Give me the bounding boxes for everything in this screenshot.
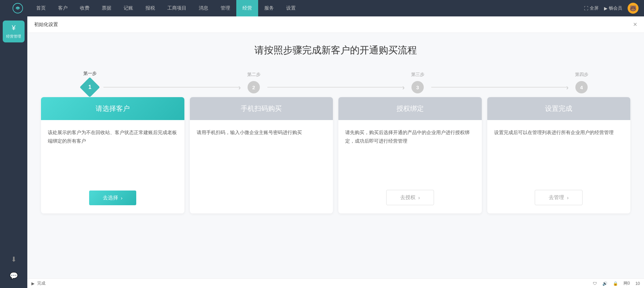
step-group-1: 第一步 1: [76, 70, 103, 94]
nav-settings[interactable]: 设置: [280, 0, 302, 16]
go-select-arrow: ›: [121, 195, 123, 201]
card-title-4: 设置完成: [494, 104, 624, 113]
cards-row: 请选择客户 该处展示的客户为不在回收站、客户状态正常建账后完成老板端绑定的所有客…: [41, 97, 630, 213]
step-group-3: 第三步 3: [404, 71, 431, 93]
step-card-4: 设置完成 设置完成后可以在管理列表进行所有企业用户的经营管理 去管理 ›: [487, 97, 631, 213]
card-title-1: 请选择客户: [48, 104, 178, 113]
fullscreen-icon: ⛶: [584, 6, 588, 11]
nav-service[interactable]: 服务: [258, 0, 280, 16]
yuan-icon: ¥: [12, 24, 15, 32]
logo[interactable]: [5, 0, 30, 16]
nav-customer[interactable]: 客户: [52, 0, 74, 16]
sidebar: ¥ 经营管理 ⬇ 💬: [0, 16, 27, 288]
step-diamond-1: 1: [80, 77, 100, 97]
nav-management[interactable]: 管理: [214, 0, 236, 16]
shield-status-icon: 🛡: [593, 281, 597, 286]
card-header-3: 授权绑定: [338, 97, 482, 120]
play-icon: ▶: [604, 6, 607, 11]
sound-status-icon: 🔊: [602, 281, 607, 286]
step-number-2: 2: [252, 84, 255, 90]
connector-1: ›: [103, 83, 240, 91]
fullscreen-label: 全屏: [590, 5, 599, 11]
go-authorize-label: 去授权: [400, 194, 416, 201]
card-body-1: 该处展示的客户为不在回收站、客户状态正常建账后完成老板端绑定的所有客户: [41, 120, 184, 185]
download-icon[interactable]: ⬇: [7, 252, 20, 266]
avatar[interactable]: 🐻: [628, 3, 639, 14]
nav-message[interactable]: 消息: [193, 0, 214, 16]
status-label: 完成: [37, 280, 45, 286]
nav-items: 首页 客户 收费 票据 记账 报税 工商项目 消息 管理 经营 服务 设置: [30, 0, 584, 16]
go-authorize-button[interactable]: 去授权 ›: [386, 190, 434, 205]
card-body-3: 请先购买，购买后选择开通的产品中的企业用户进行授权绑定，成功后即可进行经营管理: [338, 120, 482, 184]
step-number-1: 1: [88, 84, 92, 90]
vip-label: 畅会员: [609, 5, 622, 11]
go-manage-label: 去管理: [549, 194, 564, 201]
card-header-4: 设置完成: [487, 97, 631, 120]
nav-right: ⛶ 全屏 ▶ 畅会员 🐻: [584, 3, 639, 14]
step-card-1: 请选择客户 该处展示的客户为不在回收站、客户状态正常建账后完成老板端绑定的所有客…: [41, 97, 184, 213]
content-header: 初始化设置 ×: [27, 16, 644, 33]
vip-button[interactable]: ▶ 畅会员: [604, 5, 622, 11]
go-select-button[interactable]: 去选择 ›: [89, 191, 136, 205]
step-circle-2: 2: [248, 81, 260, 93]
status-bar-right: 🛡 🔊 🔒 网0 10: [593, 280, 640, 286]
nav-bookkeeping[interactable]: 记账: [117, 0, 139, 16]
step-circle-3: 3: [411, 81, 424, 93]
content-area: 初始化设置 × 请按照步骤完成新客户的开通购买流程 第一步 1 ›: [27, 16, 644, 288]
go-authorize-arrow: ›: [418, 195, 420, 200]
step-label-3: 第三步: [411, 71, 424, 78]
nav-collection[interactable]: 收费: [74, 0, 96, 16]
network-status: 网0: [624, 280, 630, 286]
main-layout: ¥ 经营管理 ⬇ 💬 初始化设置 × 请按照步骤完成新客户的开通购买流程 第一步: [0, 16, 644, 288]
nav-tax[interactable]: 报税: [139, 0, 161, 16]
nav-operation[interactable]: 经营: [236, 0, 258, 16]
go-select-label: 去选择: [103, 195, 118, 201]
support-icon[interactable]: 💬: [7, 269, 20, 283]
card-footer-4: 去管理 ›: [487, 184, 631, 213]
step-circle-4: 4: [575, 81, 588, 93]
sidebar-bottom: ⬇ 💬: [7, 252, 20, 288]
play-status-icon: ▶: [31, 281, 34, 286]
nav-business[interactable]: 工商项目: [161, 0, 193, 16]
card-footer-1: 去选择 ›: [41, 185, 184, 213]
step-group-2: 第二步 2: [240, 71, 267, 93]
card-body-2: 请用手机扫码，输入小微企业主账号密码进行购买: [190, 120, 333, 200]
sidebar-item-operation[interactable]: ¥ 经营管理: [3, 21, 25, 42]
step-card-3: 授权绑定 请先购买，购买后选择开通的产品中的企业用户进行授权绑定，成功后即可进行…: [338, 97, 482, 213]
lock-status-icon: 🔒: [613, 281, 618, 286]
go-manage-button[interactable]: 去管理 ›: [535, 190, 583, 205]
go-manage-arrow: ›: [567, 195, 569, 200]
step-label-1: 第一步: [83, 70, 97, 77]
step-group-4: 第四步 4: [568, 71, 595, 93]
step-label-4: 第四步: [575, 71, 588, 78]
wizard-title: 请按照步骤完成新客户的开通购买流程: [41, 44, 630, 57]
fullscreen-button[interactable]: ⛶ 全屏: [584, 5, 599, 11]
wizard-content: 请按照步骤完成新客户的开通购买流程 第一步 1 › 第二步: [27, 33, 644, 278]
step-card-2: 手机扫码购买 请用手机扫码，输入小微企业主账号密码进行购买: [190, 97, 333, 213]
card-body-4: 设置完成后可以在管理列表进行所有企业用户的经营管理: [487, 120, 631, 184]
step-number-3: 3: [416, 84, 419, 90]
connector-2: ›: [267, 83, 404, 91]
sidebar-item-label: 经营管理: [6, 34, 21, 39]
card-header-2: 手机扫码购买: [190, 97, 333, 120]
card-header-1: 请选择客户: [41, 97, 184, 120]
status-bar: ▶ 完成 🛡 🔊 🔒 网0 10: [27, 278, 644, 288]
close-button[interactable]: ×: [633, 21, 637, 28]
card-title-3: 授权绑定: [345, 104, 475, 113]
breadcrumb: 初始化设置: [34, 22, 58, 28]
card-footer-3: 去授权 ›: [338, 184, 482, 213]
avatar-icon: 🐻: [630, 5, 636, 12]
card-footer-2: [190, 200, 333, 213]
steps-bar: 第一步 1 › 第二步 2: [62, 70, 609, 94]
nav-home[interactable]: 首页: [30, 0, 52, 16]
time-status: 10: [635, 281, 640, 286]
step-label-2: 第二步: [247, 71, 261, 78]
card-title-2: 手机扫码购买: [197, 104, 326, 113]
step-number-4: 4: [580, 84, 583, 90]
nav-ticket[interactable]: 票据: [96, 0, 117, 16]
connector-3: ›: [431, 83, 568, 91]
status-bar-left: ▶ 完成: [31, 280, 45, 286]
top-navigation: 首页 客户 收费 票据 记账 报税 工商项目 消息 管理 经营 服务 设置 ⛶ …: [0, 0, 644, 16]
